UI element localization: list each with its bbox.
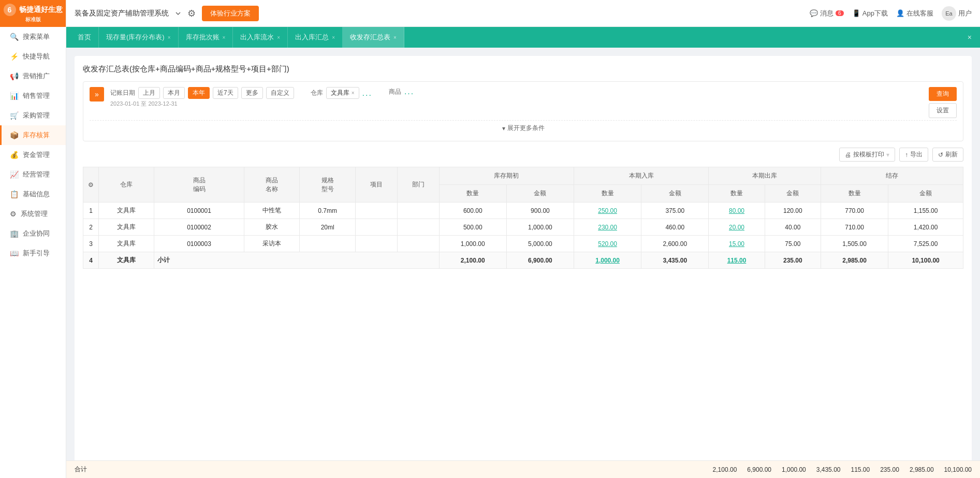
chevron-down-icon: ▾ [502,125,505,132]
header-right: 💬 消息 6 📱 App下载 👤 在线客服 Ea 用户 [810,6,972,21]
sidebar-item-quick-nav[interactable]: ⚡ 快捷导航 [0,47,66,66]
subtotal-out-amt: 235.00 [765,252,821,269]
tab-close-icon[interactable]: × [223,35,226,40]
inventory-icon: 📦 [10,131,19,139]
row2-bal-qty: 710.00 [821,219,888,236]
print-button[interactable]: 🖨 按模板打印 ▾ [839,148,895,162]
logo-sub: 标准版 [25,16,41,23]
tab-inout-summary[interactable]: 出入库汇总 × [288,27,343,48]
date-btn-custom[interactable]: 自定义 [266,87,294,99]
sidebar: 6 畅捷通好生意 标准版 🔍 搜索菜单 ⚡ 快捷导航 📢 营销推广 📊 销售管理… [0,0,66,478]
tab-bar-close-icon[interactable]: × [963,33,976,41]
system-icon: ⚙ [10,210,17,218]
subtotal-in-qty[interactable]: 1,000.00 [574,252,641,269]
expand-more-label: 展开更多条件 [507,124,545,133]
sidebar-item-enterprise[interactable]: 🏢 企业协同 [0,224,66,243]
tab-batch-account[interactable]: 库存批次账 × [179,27,233,48]
settings-icon[interactable]: ⚙ [187,8,196,19]
expand-more-row[interactable]: ▾ 展开更多条件 [90,120,957,136]
row1-in-amt: 375.00 [641,202,709,219]
date-label: 记账日期 [110,89,135,97]
filter-expand-button[interactable]: » [90,87,104,102]
sidebar-item-basic-info[interactable]: 📋 基础信息 [0,184,66,204]
subtotal-out-qty[interactable]: 115.00 [709,252,765,269]
row1-out-qty[interactable]: 80.00 [709,202,765,219]
sidebar-item-sales[interactable]: 📊 销售管理 [0,86,66,106]
date-btn-7days[interactable]: 近7天 [213,87,238,99]
row3-project [356,236,398,252]
row1-in-qty[interactable]: 250.00 [574,202,641,219]
filter-goods-section: 商品 ... [389,87,414,96]
tab-inout-flow[interactable]: 出入库流水 × [233,27,288,48]
date-btn-more[interactable]: 更多 [241,87,263,99]
sidebar-item-inventory[interactable]: 📦 库存核算 [0,125,66,145]
system-name: 装备及固定资产辅助管理系统 [75,9,169,18]
purchase-icon: 🛒 [10,111,19,120]
tab-close-active-icon[interactable]: × [393,35,397,40]
date-btn-this-year[interactable]: 本年 [188,87,210,99]
tab-bar: 首页 现存量(库存分布表) × 库存批次账 × 出入库流水 × 出入库汇总 × … [66,27,980,48]
row3-open-qty: 1,000.00 [439,236,506,252]
tab-close-icon[interactable]: × [277,35,280,40]
sidebar-item-search[interactable]: 🔍 搜索菜单 [0,27,66,47]
row1-name: 中性笔 [244,202,300,219]
subtotal-in-amt: 3,435.00 [641,252,709,269]
row1-seq: 1 [83,202,99,219]
messages-button[interactable]: 💬 消息 6 [810,9,844,18]
row2-out-amt: 40.00 [765,219,821,236]
tab-close-icon[interactable]: × [332,35,335,40]
subtotal-bal-qty: 2,985.00 [821,252,888,269]
online-service-button[interactable]: 👤 在线客服 [896,9,933,18]
main-content: 收发存汇总表(按仓库+商品编码+商品+规格型号+项目+部门) » 记账日期 上月… [66,48,980,478]
subtotal-seq: 4 [83,252,99,269]
date-btn-last-month[interactable]: 上月 [138,87,160,99]
refresh-icon: ↺ [938,151,943,158]
user-area[interactable]: Ea 用户 [942,6,972,21]
table-row: 1 文具库 0100001 中性笔 0.7mm 600.00 900.00 25… [83,202,963,219]
tab-inout-flow-label: 出入库流水 [240,33,274,42]
table-row: 3 文具库 0100003 采访本 1,000.00 5,000.00 520.… [83,236,963,252]
system-dropdown[interactable] [175,10,181,17]
row2-project [356,219,398,236]
sidebar-item-label: 资金管理 [23,150,50,160]
th-balance: 结存 [821,167,963,185]
sidebar-item-system[interactable]: ⚙ 系统管理 [0,204,66,224]
row2-in-qty[interactable]: 230.00 [574,219,641,236]
row1-out-amt: 120.00 [765,202,821,219]
warehouse-more-icon[interactable]: ... [362,89,372,98]
sidebar-item-purchase[interactable]: 🛒 采购管理 [0,106,66,125]
app-download-label: App下载 [862,9,888,18]
experience-button[interactable]: 体验行业方案 [202,6,259,21]
row3-out-qty[interactable]: 15.00 [709,236,765,252]
sidebar-item-finance[interactable]: 💰 资金管理 [0,145,66,165]
app-download-button[interactable]: 📱 App下载 [852,9,888,18]
th-warehouse: 仓库 [99,167,154,202]
tab-inventory-dist[interactable]: 现存量(库存分布表) × [99,27,179,48]
sidebar-item-guide[interactable]: 📖 新手引导 [0,243,66,263]
goods-more-icon[interactable]: ... [404,87,414,96]
row1-bal-qty: 770.00 [821,202,888,219]
export-button[interactable]: ↑ 导出 [899,148,928,162]
tab-home[interactable]: 首页 [70,27,99,48]
row1-code: 0100001 [154,202,244,219]
sidebar-item-operation[interactable]: 📈 经营管理 [0,165,66,184]
row2-bal-amt: 1,420.00 [888,219,963,236]
warehouse-tag-close-icon[interactable]: × [352,90,355,96]
print-label: 按模板打印 [853,150,884,159]
messages-badge: 6 [836,10,844,16]
th-project: 项目 [356,167,398,202]
row2-out-qty[interactable]: 20.00 [709,219,765,236]
warehouse-tag: 文具库 × [326,87,359,99]
query-button[interactable]: 查询 [929,87,957,101]
tab-receive-summary[interactable]: 收发存汇总表 × [343,27,404,48]
refresh-button[interactable]: ↺ 刷新 [932,148,963,162]
sidebar-item-marketing[interactable]: 📢 营销推广 [0,66,66,86]
settings-button[interactable]: 设置 [929,103,957,118]
date-btn-this-month[interactable]: 本月 [163,87,185,99]
total-out-amt-val: 235.00 [880,466,899,473]
row3-in-qty[interactable]: 520.00 [574,236,641,252]
sidebar-item-label: 经营管理 [23,170,50,179]
tab-close-icon[interactable]: × [168,35,171,40]
page-title: 收发存汇总表(按仓库+商品编码+商品+规格型号+项目+部门) [83,64,963,74]
row1-warehouse: 文具库 [99,202,154,219]
